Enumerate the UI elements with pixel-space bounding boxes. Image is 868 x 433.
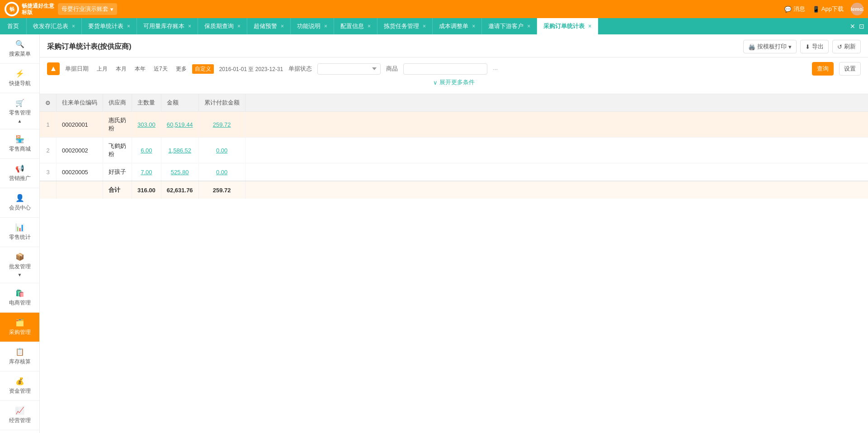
top-bar-left: 畅 畅捷通好生意 标版 母婴行业演示账套 ▾	[5, 2, 117, 16]
sidebar-item-ecommerce[interactable]: 🛍️ 电商管理	[0, 283, 39, 313]
qty-cell[interactable]: 7.00	[132, 163, 161, 181]
logo-text: 畅捷通好生意 标版	[22, 3, 54, 16]
user-avatar[interactable]: demo2	[851, 3, 863, 15]
tab-config-info[interactable]: 配置信息 ×	[334, 18, 377, 34]
sidebar-item-retail-stats[interactable]: 📊 零售统计	[0, 218, 39, 247]
workspace-selector[interactable]: 母婴行业演示账套 ▾	[58, 3, 117, 15]
sidebar-item-member[interactable]: 👤 会员中心	[0, 188, 39, 218]
sidebar-item-label: 采购管理	[9, 328, 31, 336]
expand-more-btn[interactable]: ∨ 展开更多条件	[47, 76, 861, 89]
print-btn[interactable]: 🖨️ 按模板打印 ▾	[743, 40, 797, 53]
sidebar-item-inventory[interactable]: 📋 库存核算	[0, 342, 39, 371]
refresh-btn[interactable]: ↺ 刷新	[832, 40, 861, 53]
table-container: ⚙ 往来单位编码 供应商 主数量 金额 累计付款金额 1 00020001 惠氏…	[40, 94, 868, 433]
unit-code-cell: 00020002	[57, 138, 103, 163]
shortcut-7days[interactable]: 近7天	[151, 64, 170, 74]
goods-more-icon[interactable]: ···	[493, 66, 498, 72]
close-tab-purchase-stats[interactable]: ×	[588, 23, 591, 29]
tab-usable-stock[interactable]: 可用量库存账本 ×	[137, 18, 198, 34]
query-btn[interactable]: 查询	[812, 62, 834, 76]
shortcut-custom[interactable]: 自定义	[192, 64, 214, 74]
retail-stats-icon: 📊	[15, 223, 24, 232]
close-tab-goods-stats[interactable]: ×	[127, 23, 130, 29]
sidebar-item-basic[interactable]: ℹ️ 基础信息	[0, 430, 39, 433]
sidebar-item-label: 库存核算	[9, 358, 31, 366]
supplier-cell: 好孩子	[103, 163, 132, 181]
amount-cell[interactable]: 525.80	[161, 163, 198, 181]
retail-icon: 🛒	[15, 99, 24, 107]
sidebar-item-label: 零售统计	[9, 233, 31, 241]
export-btn[interactable]: ⬇ 导出	[800, 40, 829, 53]
sidebar: 🔍 搜索菜单 ⚡ 快捷导航 🛒 零售管理 ▲ 🏪 零售商城 📢 营销推广 👤 会…	[0, 34, 40, 433]
qty-cell[interactable]: 303.00	[132, 112, 161, 138]
quick-nav-icon: ⚡	[15, 69, 24, 78]
settings-btn[interactable]: 设置	[839, 62, 861, 76]
page-header: 采购订单统计表(按供应商) 🖨️ 按模板打印 ▾ ⬇ 导出 ↺ 刷新	[40, 34, 868, 57]
sidebar-item-retail-store[interactable]: 🏪 零售商城	[0, 129, 39, 159]
tab-pick-task[interactable]: 拣货任务管理 ×	[377, 18, 433, 34]
sidebar-item-marketing[interactable]: 📢 营销推广	[0, 159, 39, 188]
avatar: demo2	[851, 3, 863, 15]
close-tab-pick-task[interactable]: ×	[423, 23, 426, 29]
sidebar-item-wholesale[interactable]: 📦 批发管理 ▼	[0, 247, 39, 283]
maximize-btn[interactable]: ⊡	[859, 23, 864, 30]
qty-cell[interactable]: 6.00	[132, 138, 161, 163]
sidebar-item-label: 经营管理	[9, 417, 31, 424]
tab-invite-downstream[interactable]: 邀请下游客户 ×	[482, 18, 537, 34]
col-amount: 金额	[161, 94, 198, 112]
shortcut-this-year[interactable]: 本年	[132, 64, 148, 74]
sidebar-item-purchase[interactable]: 🗂️ 采购管理	[0, 313, 39, 342]
nav-controls: ✕ ⊡	[846, 23, 868, 30]
table-row[interactable]: 2 00020002 飞鹤奶粉 6.00 1,586.52 0.00	[40, 138, 868, 163]
amount-cell[interactable]: 60,519.44	[161, 112, 198, 138]
sidebar-item-quick-nav[interactable]: ⚡ 快捷导航	[0, 64, 39, 93]
table-row[interactable]: 3 00020005 好孩子 7.00 525.80 0.00	[40, 163, 868, 181]
sidebar-item-search[interactable]: 🔍 搜索菜单	[0, 34, 39, 64]
close-tab-cost-adjust[interactable]: ×	[472, 23, 475, 29]
tab-goods-stats[interactable]: 要货单统计表 ×	[82, 18, 137, 34]
close-tab-validity-query[interactable]: ×	[237, 23, 241, 29]
supplier-cell: 惠氏奶粉	[103, 112, 132, 138]
tab-over-stock-alert[interactable]: 超储预警 ×	[247, 18, 291, 34]
filter-toggle-btn[interactable]	[47, 62, 60, 75]
app-download-btn[interactable]: 📱 App下载	[812, 5, 844, 13]
sidebar-item-label: 搜索菜单	[9, 50, 31, 58]
close-tab-invite-downstream[interactable]: ×	[527, 23, 530, 29]
shortcut-this-month[interactable]: 本月	[113, 64, 129, 74]
paid-cell[interactable]: 0.00	[198, 163, 245, 181]
wholesale-icon: 📦	[15, 252, 24, 261]
sidebar-item-ops[interactable]: 📈 经营管理	[0, 401, 39, 430]
row-num: 2	[40, 138, 57, 163]
logo-area: 畅 畅捷通好生意 标版	[5, 2, 54, 16]
sidebar-item-finance[interactable]: 💰 资金管理	[0, 371, 39, 401]
status-select[interactable]	[317, 63, 381, 75]
close-tab-usable-stock[interactable]: ×	[188, 23, 191, 29]
table-row[interactable]: 1 00020001 惠氏奶粉 303.00 60,519.44 259.72	[40, 112, 868, 138]
close-all-tabs-btn[interactable]: ✕	[850, 23, 855, 30]
tab-home[interactable]: 首页	[0, 18, 27, 34]
member-icon: 👤	[15, 194, 24, 202]
shortcut-more[interactable]: 更多	[173, 64, 189, 74]
tab-purchase-stats[interactable]: 采购订单统计表 ×	[537, 18, 598, 34]
close-tab-receive-send[interactable]: ×	[72, 23, 75, 29]
close-tab-over-stock-alert[interactable]: ×	[281, 23, 284, 29]
close-tab-config-info[interactable]: ×	[368, 23, 371, 29]
goods-filter-label: 商品	[386, 65, 398, 73]
goods-input[interactable]	[403, 63, 487, 75]
paid-cell[interactable]: 259.72	[198, 112, 245, 138]
tab-validity-query[interactable]: 保质期查询 ×	[198, 18, 247, 34]
footer-amount: 62,631.76	[161, 181, 198, 199]
finance-icon: 💰	[15, 377, 24, 385]
tab-receive-send[interactable]: 收发存汇总表 ×	[27, 18, 82, 34]
sidebar-item-label: 资金管理	[9, 387, 31, 395]
close-tab-func-desc[interactable]: ×	[324, 23, 327, 29]
sidebar-item-retail[interactable]: 🛒 零售管理 ▲	[0, 93, 39, 129]
main-layout: 🔍 搜索菜单 ⚡ 快捷导航 🛒 零售管理 ▲ 🏪 零售商城 📢 营销推广 👤 会…	[0, 34, 868, 433]
amount-cell[interactable]: 1,586.52	[161, 138, 198, 163]
message-btn[interactable]: 💬 消息	[784, 5, 805, 13]
tab-func-desc[interactable]: 功能说明 ×	[291, 18, 334, 34]
shortcut-last-month[interactable]: 上月	[94, 64, 110, 74]
paid-cell[interactable]: 0.00	[198, 138, 245, 163]
chevron-icon: ▲	[18, 119, 22, 124]
tab-cost-adjust[interactable]: 成本调整单 ×	[433, 18, 482, 34]
